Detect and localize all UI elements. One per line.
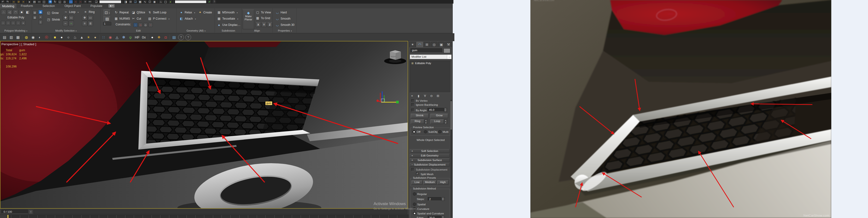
unlink-selection-icon[interactable]: ⊘ bbox=[17, 0, 20, 3]
align-z-button[interactable]: Z bbox=[267, 22, 272, 27]
egg-icon[interactable]: ● bbox=[93, 35, 98, 40]
track-bar[interactable] bbox=[0, 215, 409, 218]
configure-modifier-sets-icon[interactable]: ⊞ bbox=[436, 94, 440, 98]
preset-high-button[interactable]: High bbox=[437, 180, 448, 184]
undo-icon[interactable]: ↶ bbox=[1, 0, 5, 3]
schematic-view-icon[interactable]: ⬡ bbox=[148, 0, 152, 3]
panel-footer-polygon-modeling[interactable]: Polygon Modeling bbox=[0, 29, 32, 33]
qslice-button[interactable]: ◪QSlice bbox=[131, 10, 145, 14]
make-unique-icon[interactable]: ∀ bbox=[423, 94, 427, 98]
rendered-frame-icon[interactable]: ▢ bbox=[164, 0, 167, 3]
snowflake-icon[interactable]: ✻ bbox=[121, 35, 126, 40]
help-circle-icon[interactable]: ? bbox=[178, 34, 184, 40]
preview-off-radio[interactable]: Off bbox=[412, 130, 420, 133]
tab-populate[interactable]: Populate bbox=[88, 4, 105, 8]
make-planar-button[interactable]: ◆ MakePlanar bbox=[243, 9, 254, 29]
named-selection-field[interactable] bbox=[99, 0, 121, 3]
frame-indicator[interactable]: 0 / 100 bbox=[1, 210, 28, 214]
uv-palette-icon[interactable]: ❖ bbox=[156, 35, 162, 40]
loop-button[interactable]: ∼Loop bbox=[64, 10, 79, 14]
viewport-label[interactable]: Perspective ] [ Shaded ] bbox=[1, 42, 36, 46]
ribbon-config-icon[interactable]: ▣ ▾ bbox=[108, 4, 115, 8]
ring-button[interactable]: ≡Ring bbox=[84, 10, 95, 14]
msmooth-button[interactable]: ▦MSmooth bbox=[217, 10, 238, 14]
render-region-icon[interactable]: ◘ bbox=[163, 35, 168, 40]
shrink-selection-button[interactable]: Shrink bbox=[411, 114, 429, 118]
steps-spinner[interactable] bbox=[442, 197, 445, 201]
polygon-mode-icon[interactable]: ■ bbox=[19, 9, 24, 15]
loop-line-icon[interactable]: ∼ bbox=[63, 21, 68, 26]
edge-spinner[interactable] bbox=[442, 216, 445, 218]
select-by-name-icon[interactable]: ▤ bbox=[33, 0, 36, 3]
rollout-subdivision-surface[interactable]: +Subdivision Surface bbox=[410, 158, 450, 162]
swift-loop-button[interactable]: ↯Swift Loop bbox=[148, 10, 166, 14]
relax-button[interactable]: ●Relax bbox=[179, 10, 195, 14]
element-mode-icon[interactable]: ◧ bbox=[25, 9, 30, 15]
constraint-edge-icon[interactable]: ◇ bbox=[138, 23, 143, 27]
align-y-button[interactable]: Y bbox=[261, 22, 267, 27]
abc-snaps-icon[interactable]: ABC bbox=[88, 0, 92, 3]
preset-low-button[interactable]: Low bbox=[411, 180, 423, 184]
pm-tool4-icon[interactable]: ◦ bbox=[16, 21, 20, 25]
sun-icon[interactable]: ☀ bbox=[86, 35, 91, 40]
align-icon[interactable]: ⊟ bbox=[129, 0, 132, 3]
ring-spinner[interactable] bbox=[425, 119, 428, 124]
select-and-scale-icon[interactable]: ◱ bbox=[58, 0, 62, 3]
camera-icon[interactable]: ◉ bbox=[30, 35, 36, 40]
shrink-button[interactable]: ◳Shrink bbox=[46, 17, 60, 22]
pivot-center-icon[interactable]: ◎ bbox=[63, 0, 66, 3]
pconnect-button[interactable]: ▧P Connect bbox=[148, 16, 169, 21]
subdivision-displacement-checkbox[interactable]: Subdivision Displacement bbox=[411, 168, 447, 171]
mirror-icon[interactable]: ◨ bbox=[124, 0, 128, 3]
panel-footer-subdivision[interactable]: Subdivision bbox=[216, 29, 241, 33]
trackbar-marker[interactable] bbox=[7, 215, 9, 218]
grow-selection-button[interactable]: Grow bbox=[430, 114, 448, 118]
repeat-button[interactable]: ↻Repeat bbox=[114, 10, 129, 14]
time-slider-track[interactable] bbox=[34, 210, 407, 214]
snap-toggle-icon[interactable]: ∩ bbox=[69, 0, 73, 3]
show-end-result-icon[interactable]: ▮ bbox=[417, 94, 420, 98]
select-and-rotate-icon[interactable]: ↻ bbox=[53, 0, 57, 3]
motion-tab-icon[interactable]: ◎ bbox=[431, 42, 437, 47]
preview-subobj-radio[interactable]: SubObj bbox=[424, 130, 437, 133]
property-explorer-icon[interactable]: ▦ bbox=[16, 35, 21, 40]
edge-field[interactable]: 20.0 bbox=[428, 216, 441, 218]
preview-multi-radio[interactable]: Multi bbox=[438, 130, 448, 133]
percent-snap-icon[interactable]: ∩ bbox=[79, 0, 82, 3]
tab-freeform[interactable]: Freeform bbox=[18, 4, 35, 8]
ring-selection-button[interactable]: Ring bbox=[411, 119, 424, 124]
pm-tool1-icon[interactable]: ▫ bbox=[1, 21, 5, 25]
to-view-button[interactable]: ▢To View bbox=[256, 10, 271, 14]
render-production-icon[interactable]: ◕ bbox=[168, 0, 172, 3]
angle-snap-icon[interactable]: ∩ bbox=[74, 0, 78, 3]
constraint-none-icon[interactable]: ▫ bbox=[133, 23, 137, 27]
panel-footer-properties[interactable]: Properties bbox=[273, 29, 297, 33]
pin-stack-icon[interactable]: ⌖ bbox=[410, 94, 414, 98]
object-color-swatch[interactable] bbox=[443, 48, 450, 53]
rectangular-region-icon[interactable]: ▭ bbox=[37, 0, 41, 3]
method-spatial-radio[interactable]: Spatial bbox=[413, 203, 426, 206]
render-setup-icon[interactable]: ♨ bbox=[159, 0, 162, 3]
attach-button[interactable]: ◧Attach bbox=[179, 16, 196, 21]
method-regular-radio[interactable]: Regular bbox=[413, 192, 427, 195]
rollout-edit-geometry[interactable]: +Edit Geometry bbox=[410, 154, 450, 158]
select-object-icon[interactable]: ▸ bbox=[28, 0, 31, 3]
workspace-field[interactable] bbox=[175, 0, 207, 3]
ring-line1-icon[interactable]: ≡ bbox=[82, 21, 87, 26]
preset-medium-button[interactable]: Medium bbox=[424, 180, 436, 184]
modifier-list-dropdown[interactable]: Modifier List⌄ bbox=[410, 54, 452, 59]
hair-fur-icon[interactable]: HF bbox=[134, 35, 140, 40]
constraint-normal-icon[interactable]: ↑ bbox=[148, 23, 153, 27]
cut-button[interactable]: ✂Cut bbox=[131, 16, 141, 21]
tab-modeling[interactable]: Modeling bbox=[0, 4, 16, 9]
constraint-face-icon[interactable]: ◇ bbox=[144, 23, 148, 27]
modify-tab-icon[interactable]: ◠ bbox=[416, 42, 423, 47]
material-editor-icon[interactable]: ◉ bbox=[153, 0, 156, 3]
particles-icon[interactable]: ∷ bbox=[101, 35, 106, 40]
modifier-stack[interactable]: ⊞Editable Poly bbox=[410, 61, 451, 93]
panel-footer-modify-selection[interactable]: Modify Selection bbox=[32, 29, 100, 33]
loop-rect-icon[interactable]: ▭ bbox=[69, 15, 74, 20]
ms-list1-icon[interactable]: ▤ bbox=[33, 10, 37, 14]
hierarchy-tab-icon[interactable]: ⊞ bbox=[424, 42, 430, 47]
grow-button[interactable]: ◱Grow bbox=[46, 11, 59, 15]
